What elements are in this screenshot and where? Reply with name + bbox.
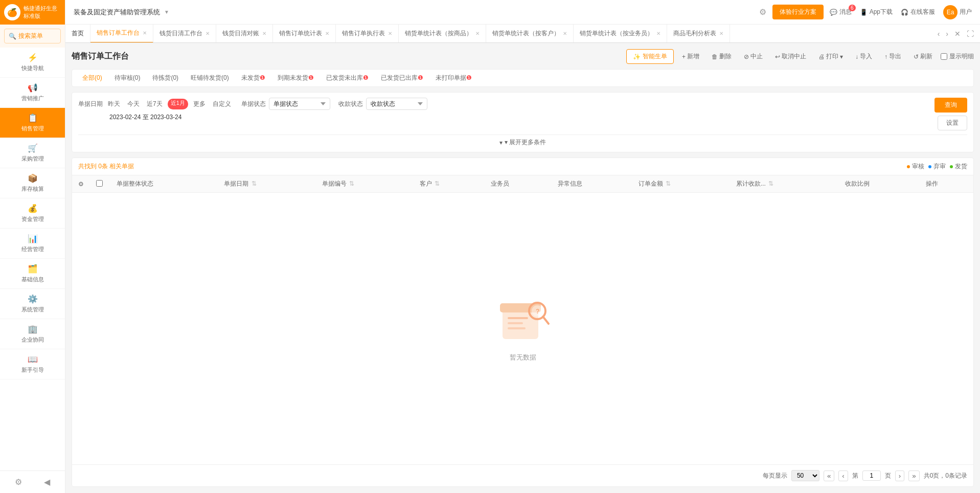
subtab-pending-inspect[interactable]: 待拣货(0) [146, 72, 185, 84]
tab-close-sales-summary-product[interactable]: ✕ [475, 31, 480, 36]
sidebar-item-operations[interactable]: 📊 经营管理 [0, 229, 65, 259]
sidebar-item-system[interactable]: ⚙️ 系统管理 [0, 289, 65, 319]
tab-sales-stats[interactable]: 销售订单统计表 ✕ [273, 25, 336, 43]
main-content: 装备及固定资产辅助管理系统 ▼ ⚙ 体验行业方案 💬 消息 6 📱 App下载 … [65, 0, 980, 493]
tab-cash-daily[interactable]: 钱货日清工作台 ✕ [153, 25, 216, 43]
tab-scroll-right-button[interactable]: › [944, 28, 950, 40]
import-button[interactable]: ↓ 导入 [851, 50, 876, 63]
date-opt-more[interactable]: 更多 [191, 99, 208, 109]
tab-close-sales-workbench[interactable]: ✕ [143, 30, 147, 36]
sidebar-item-inventory[interactable]: 📦 库存核算 [0, 168, 65, 198]
export-button[interactable]: ↑ 导出 [880, 50, 905, 63]
tab-close-sales-stats[interactable]: ✕ [325, 31, 329, 36]
cancel-review-dot [928, 165, 931, 168]
query-button[interactable]: 查询 [935, 98, 967, 113]
date-opt-custom[interactable]: 自定义 [211, 99, 233, 109]
show-detail-checkbox[interactable] [941, 53, 947, 60]
sidebar-item-sales[interactable]: 📋 销售管理 [0, 108, 65, 138]
tab-close-cash-reconcile[interactable]: ✕ [262, 31, 266, 36]
topbar-gear-icon[interactable]: ⚙ [759, 7, 766, 17]
settings-bottom-button[interactable]: ⚙ [13, 475, 24, 489]
subtab-all[interactable]: 全部(0) [76, 72, 108, 84]
sort-date-icon[interactable]: ⇅ [252, 180, 257, 187]
sidebar-item-enterprise[interactable]: 🏢 企业协同 [0, 319, 65, 349]
prev-page-button[interactable]: ‹ [838, 470, 848, 481]
date-opt-7days[interactable]: 近7天 [145, 99, 165, 109]
sidebar-item-marketing[interactable]: 📢 营销推广 [0, 78, 65, 108]
tab-profit-analysis[interactable]: 商品毛利分析表 ✕ [667, 25, 730, 43]
stop-button[interactable]: ⊘ 中止 [740, 50, 767, 63]
th-ratio: 收款比例 [839, 175, 920, 193]
tab-cash-reconcile[interactable]: 钱货日清对账 ✕ [216, 25, 273, 43]
subtab-not-shipped[interactable]: 未发货❶ [235, 72, 271, 84]
sort-collected-icon[interactable]: ⇅ [768, 180, 773, 187]
first-page-button[interactable]: « [824, 470, 834, 481]
filter-status-item: 单据状态 单据状态 [241, 98, 330, 110]
user-menu-button[interactable]: Ea 用户 [943, 5, 972, 19]
sidebar-item-finance[interactable]: 💰 资金管理 [0, 198, 65, 229]
ship-dot [950, 165, 953, 168]
app-download-button[interactable]: 📱 App下载 [860, 8, 893, 16]
date-opt-yesterday[interactable]: 昨天 [106, 99, 122, 109]
tab-fullscreen-button[interactable]: ⛶ [965, 28, 976, 40]
subtab-wangpu-pending[interactable]: 旺铺待发货(0) [185, 72, 235, 84]
ship-action-button[interactable]: 发货 [950, 162, 967, 171]
search-menu-button[interactable]: 🔍 搜索菜单 [4, 29, 61, 43]
tab-sales-summary-product[interactable]: 销货单统计表（按商品） ✕ [399, 25, 486, 43]
tab-close-profit-analysis[interactable]: ✕ [719, 31, 723, 36]
subtab-pending-review[interactable]: 待审核(0) [108, 72, 147, 84]
next-page-button[interactable]: › [895, 470, 904, 481]
date-opt-1month[interactable]: 近1月 [168, 99, 188, 109]
tab-close-sales-exec[interactable]: ✕ [388, 31, 392, 36]
add-button[interactable]: + 新增 [678, 50, 703, 63]
message-button[interactable]: 💬 消息 6 [830, 8, 852, 16]
refresh-button[interactable]: ↺ 刷新 [909, 50, 937, 63]
last-page-button[interactable]: » [908, 470, 919, 481]
svg-rect-3 [508, 322, 523, 324]
tab-sales-summary-customer[interactable]: 销货单统计表（按客户） ✕ [486, 25, 574, 43]
smart-generate-button[interactable]: ✨ 智能生单 [626, 49, 674, 64]
settings-button[interactable]: 设置 [938, 116, 967, 130]
tab-home[interactable]: 首页 [65, 25, 90, 43]
sidebar-item-purchase[interactable]: 🛒 采购管理 [0, 138, 65, 168]
select-all-checkbox[interactable] [96, 180, 103, 187]
subtab-not-printed[interactable]: 未打印单据❶ [429, 72, 478, 84]
subtab-shipped-not-in[interactable]: 已发货未出库❶ [320, 72, 375, 84]
tab-sales-exec[interactable]: 销售订单执行表 ✕ [336, 25, 399, 43]
status-filter-select[interactable]: 单据状态 [269, 98, 330, 110]
cancel-review-action-button[interactable]: 弃审 [928, 162, 946, 171]
sort-number-icon[interactable]: ⇅ [349, 180, 354, 187]
page-number-input[interactable] [862, 470, 881, 481]
sidebar-item-quick-nav[interactable]: ⚡ 快捷导航 [0, 48, 65, 78]
tab-scroll-left-button[interactable]: ‹ [936, 28, 942, 40]
date-opt-today[interactable]: 今天 [125, 99, 142, 109]
finance-icon: 💰 [28, 204, 38, 213]
tab-sales-summary-staff[interactable]: 销货单统计表（按业务员） ✕ [574, 25, 667, 43]
tab-close-sales-summary-staff[interactable]: ✕ [656, 31, 660, 36]
table-area: 共找到 0条 相关单据 审核 弃审 发货 [72, 158, 974, 487]
online-service-button[interactable]: 🎧 在线客服 [901, 8, 935, 16]
sidebar-item-basic-info[interactable]: 🗂️ 基础信息 [0, 259, 65, 289]
tab-sales-workbench[interactable]: 销售订单工作台 ✕ [90, 25, 153, 43]
print-button[interactable]: 🖨 打印 ▾ [814, 50, 847, 63]
tab-close-cash-daily[interactable]: ✕ [206, 31, 210, 36]
payment-filter-select[interactable]: 收款状态 [366, 98, 427, 110]
expand-more-filters-button[interactable]: ▾ ▾ 展开更多条件 [499, 138, 546, 147]
delete-button[interactable]: 🗑 删除 [708, 50, 736, 63]
sort-customer-icon[interactable]: ⇅ [435, 180, 440, 187]
cancel-stop-button[interactable]: ↩ 取消中止 [771, 50, 810, 63]
sidebar-item-guide[interactable]: 📖 新手引导 [0, 349, 65, 379]
tab-close-sales-summary-customer[interactable]: ✕ [563, 31, 567, 36]
solution-button[interactable]: 体验行业方案 [772, 5, 824, 19]
th-action: 操作 [920, 175, 973, 193]
page-size-select[interactable]: 50 100 200 [791, 470, 819, 481]
sort-amount-icon[interactable]: ⇅ [666, 180, 671, 187]
review-action-button[interactable]: 审核 [907, 162, 924, 171]
collapse-sidebar-button[interactable]: ◀ [42, 475, 52, 489]
subtab-shipped-out[interactable]: 已发货已出库❶ [375, 72, 429, 84]
sales-icon: 📋 [28, 113, 38, 123]
subtab-overdue-not-shipped[interactable]: 到期未发货❶ [271, 72, 320, 84]
tab-close-all-button[interactable]: ✕ [952, 28, 963, 40]
guide-icon: 📖 [28, 354, 38, 364]
table-info-text: 共找到 0条 相关单据 [78, 162, 134, 171]
